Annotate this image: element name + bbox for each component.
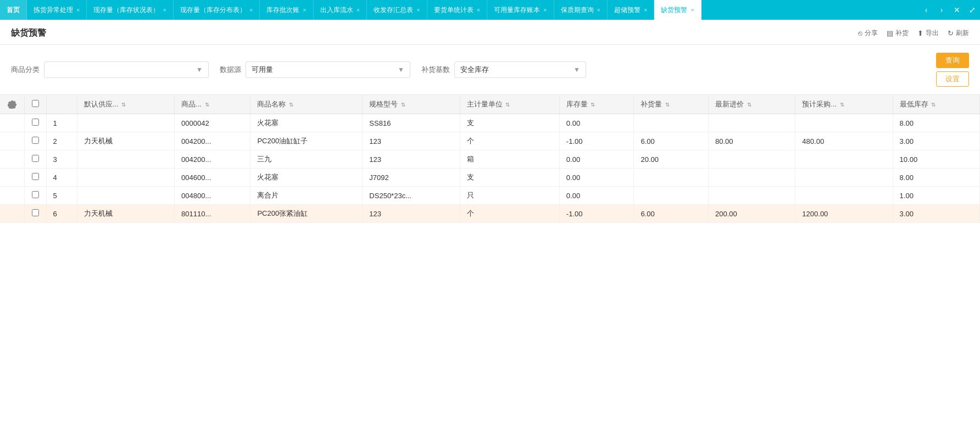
tab-shelf-life[interactable]: 保质期查询 × <box>554 0 608 20</box>
tab-inventory-dist[interactable]: 现存量（库存分布表） × <box>174 0 260 20</box>
latest-price-cell: 80.00 <box>709 132 795 150</box>
refresh-icon: ↻ <box>948 29 954 37</box>
category-label: 商品分类 <box>11 65 40 75</box>
unit-cell: 个 <box>460 132 559 150</box>
sort-icon: ⇅ <box>401 102 405 108</box>
column-checkbox[interactable] <box>24 95 46 114</box>
replenish-base-filter-group: 补货基数 安全库存 ▼ <box>421 61 586 78</box>
nav-next-button[interactable]: › <box>934 0 949 20</box>
spec-cell: DS250*23c... <box>363 187 460 205</box>
table-row: 10000042火花塞SS816支0.008.00 <box>0 114 980 132</box>
close-icon[interactable]: × <box>691 7 694 13</box>
tab-home[interactable]: 首页 <box>0 0 27 20</box>
close-icon[interactable]: × <box>416 7 420 13</box>
checkbox-cell <box>24 169 46 187</box>
row-checkbox[interactable] <box>32 191 39 198</box>
category-filter-group: 商品分类 ▼ <box>11 61 209 78</box>
settings-button[interactable]: 设置 <box>936 71 969 87</box>
goods-name-cell: PC200张紧油缸 <box>250 205 363 223</box>
top-navigation: 首页 拣货异常处理 × 现存量（库存状况表） × 现存量（库存分布表） × 库存… <box>0 0 980 20</box>
goods-code-cell: 004200... <box>175 150 250 169</box>
min-stock-cell: 3.00 <box>893 132 979 150</box>
unit-cell: 支 <box>460 114 559 132</box>
close-icon[interactable]: × <box>477 7 480 13</box>
refresh-button[interactable]: ↻ 刷新 <box>948 29 969 38</box>
column-goods-code[interactable]: 商品... ⇅ <box>175 95 250 114</box>
close-icon[interactable]: × <box>543 7 547 13</box>
close-icon[interactable]: × <box>644 7 647 13</box>
table-body: 10000042火花塞SS816支0.008.002力天机械004200...P… <box>0 114 980 223</box>
tab-batch-account[interactable]: 库存批次账 × <box>260 0 313 20</box>
gear-icon <box>8 100 16 109</box>
close-icon[interactable]: × <box>303 7 306 13</box>
checkbox-cell <box>24 114 46 132</box>
row-no-cell: 6 <box>46 205 77 223</box>
supplier-cell: 力天机械 <box>77 205 174 223</box>
column-min-stock[interactable]: 最低库存 ⇅ <box>893 95 979 114</box>
table-row: 3004200...三九123箱0.0020.0010.00 <box>0 150 980 169</box>
supplier-cell <box>77 114 174 132</box>
row-checkbox[interactable] <box>32 155 39 162</box>
column-supplier[interactable]: 默认供应... ⇅ <box>77 95 174 114</box>
supplier-cell <box>77 150 174 169</box>
stock-qty-cell: -1.00 <box>559 132 634 150</box>
table-row: 5004800...离合片DS250*23c...只0.001.00 <box>0 187 980 205</box>
row-no-cell: 5 <box>46 187 77 205</box>
latest-price-cell <box>709 169 795 187</box>
goods-code-cell: 004200... <box>175 132 250 150</box>
latest-price-cell <box>709 114 795 132</box>
filter-actions: 查询 设置 <box>936 53 969 87</box>
sort-icon: ⇅ <box>121 102 126 108</box>
replenish-base-select[interactable]: 安全库存 ▼ <box>454 61 586 78</box>
column-unit[interactable]: 主计量单位 ⇅ <box>460 95 559 114</box>
column-row-no <box>46 95 77 114</box>
column-gear[interactable] <box>0 95 24 114</box>
column-est-purchase[interactable]: 预计采购... ⇅ <box>795 95 893 114</box>
tab-pick-exception[interactable]: 拣货异常处理 × <box>27 0 87 20</box>
query-button[interactable]: 查询 <box>936 53 969 68</box>
close-icon[interactable]: × <box>357 7 360 13</box>
column-stock-qty[interactable]: 库存量 ⇅ <box>559 95 634 114</box>
column-replenish-qty[interactable]: 补货量 ⇅ <box>634 95 709 114</box>
share-button[interactable]: ⎋ 分享 <box>858 29 878 38</box>
close-icon[interactable]: × <box>249 7 253 13</box>
datasource-select[interactable]: 可用量 ▼ <box>246 61 410 78</box>
tab-order-stats[interactable]: 要货单统计表 × <box>427 0 487 20</box>
column-goods-name[interactable]: 商品名称 ⇅ <box>250 95 363 114</box>
sort-icon: ⇅ <box>665 102 670 108</box>
est-purchase-cell <box>795 169 893 187</box>
tab-stockout-warn[interactable]: 缺货预警 × <box>654 0 701 20</box>
close-icon[interactable]: × <box>76 7 80 13</box>
tab-receive-summary[interactable]: 收发存汇总表 × <box>367 0 427 20</box>
replenish-button[interactable]: ▤ 补货 <box>887 29 909 38</box>
supplier-cell <box>77 169 174 187</box>
tab-avail-account[interactable]: 可用量库存账本 × <box>487 0 554 20</box>
tab-inout-flow[interactable]: 出入库流水 × <box>314 0 367 20</box>
close-icon[interactable]: × <box>597 7 600 13</box>
est-purchase-cell: 1200.00 <box>795 205 893 223</box>
column-latest-price[interactable]: 最新进价 ⇅ <box>709 95 795 114</box>
replenish-base-select-value: 安全库存 <box>460 65 489 75</box>
unit-cell: 个 <box>460 205 559 223</box>
stock-qty-cell: -1.00 <box>559 205 634 223</box>
select-all-checkbox[interactable] <box>32 100 39 107</box>
category-select[interactable]: ▼ <box>44 61 209 78</box>
sort-icon: ⇅ <box>205 102 209 108</box>
checkbox-cell <box>24 150 46 169</box>
sort-icon: ⇅ <box>747 102 751 108</box>
nav-close-button[interactable]: ✕ <box>949 0 965 20</box>
filter-bar: 商品分类 ▼ 数据源 可用量 ▼ 补货基数 安全库存 ▼ 查询 设置 <box>0 45 980 95</box>
export-button[interactable]: ⬆ 导出 <box>917 29 939 38</box>
row-checkbox[interactable] <box>32 137 39 144</box>
tab-overstock-warn[interactable]: 超储预警 × <box>608 0 654 20</box>
row-checkbox[interactable] <box>32 209 39 216</box>
close-icon[interactable]: × <box>163 7 166 13</box>
nav-prev-button[interactable]: ‹ <box>918 0 934 20</box>
nav-expand-button[interactable]: ⤢ <box>965 0 980 20</box>
row-checkbox[interactable] <box>32 173 39 180</box>
tab-inventory-status[interactable]: 现存量（库存状况表） × <box>87 0 173 20</box>
column-spec[interactable]: 规格型号 ⇅ <box>363 95 460 114</box>
spec-cell: 123 <box>363 132 460 150</box>
sort-icon: ⇅ <box>840 102 844 108</box>
row-checkbox[interactable] <box>32 119 39 126</box>
